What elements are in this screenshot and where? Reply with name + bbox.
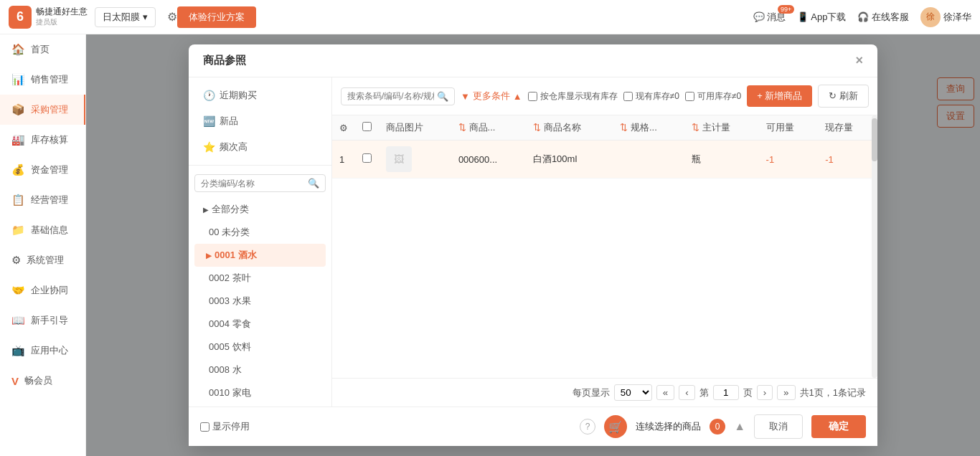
tab-new-label: 新品 [220, 115, 238, 128]
help-icon[interactable]: ? [580, 419, 595, 434]
nav-gear-icon[interactable]: ⚙ [167, 10, 177, 24]
th-checkbox[interactable] [355, 115, 379, 141]
confirm-btn[interactable]: 确定 [811, 415, 866, 438]
category-uncategorized[interactable]: 00 未分类 [194, 221, 326, 244]
sidebar-label-sales: 销售管理 [31, 73, 68, 86]
apps-icon: 📺 [11, 344, 25, 357]
usable-stock-checkbox[interactable] [685, 92, 694, 101]
select-all-checkbox[interactable] [362, 122, 372, 131]
category-liquor[interactable]: ▶ 0001 酒水 [194, 244, 326, 267]
category-drink[interactable]: 0005 饮料 [194, 336, 326, 358]
nav-user[interactable]: 徐 徐泽华 [920, 7, 971, 27]
sidebar-item-finance[interactable]: 💰 资金管理 [0, 155, 85, 185]
td-stock: -1 [818, 141, 877, 179]
prev-page-btn[interactable]: ‹ [679, 385, 694, 400]
category-liquor-label: 0001 酒水 [215, 249, 257, 262]
check-usable-stock[interactable]: 可用库存≠0 [685, 90, 741, 103]
sidebar-item-apps[interactable]: 📺 应用中心 [0, 336, 85, 366]
modal-left-panel: 🕐 近期购买 🆕 新品 ⭐ 频次高 [189, 77, 332, 407]
category-water[interactable]: 0008 水 [194, 358, 326, 381]
row-checkbox[interactable] [362, 153, 372, 163]
page-input[interactable] [713, 385, 739, 400]
sidebar-item-basic[interactable]: 📁 基础信息 [0, 215, 85, 245]
modal-pagination: 每页显示 50 20 100 « ‹ 第 页 › [332, 378, 877, 407]
message-icon: 💬 [753, 11, 765, 22]
warehouse-checkbox[interactable] [528, 92, 537, 101]
modal-right-panel: 🔍 ▼ 更多条件 ▲ 按仓库显示现有库存 [332, 77, 877, 407]
tab-frequent[interactable]: ⭐ 频次高 [194, 135, 326, 159]
enterprise-icon: 🤝 [11, 284, 25, 297]
category-water-label: 0008 水 [209, 364, 242, 376]
close-btn[interactable]: × [855, 53, 863, 68]
th-spec[interactable]: ⇅ 规格... [613, 115, 684, 141]
sidebar-label-member: 畅会员 [24, 374, 52, 387]
th-unit[interactable]: ⇅ 主计量 [684, 115, 758, 141]
arrow-icon: ▶ [203, 206, 209, 214]
show-disabled-check[interactable]: 显示停用 [200, 420, 250, 433]
th-code[interactable]: ⇅ 商品... [451, 115, 526, 141]
disabled-checkbox[interactable] [200, 422, 209, 432]
category-snack[interactable]: 0004 零食 [194, 313, 326, 336]
sidebar-item-operations[interactable]: 📋 经营管理 [0, 185, 85, 215]
check-warehouse[interactable]: 按仓库显示现有库存 [528, 90, 618, 103]
warehouse-label: 按仓库显示现有库存 [540, 90, 618, 103]
sidebar-item-purchase[interactable]: 📦 采购管理 [0, 95, 85, 125]
first-page-btn[interactable]: « [656, 385, 674, 400]
sort-icon: ⇅ [458, 122, 466, 133]
search-icon[interactable]: 🔍 [308, 178, 319, 189]
nav-app-download[interactable]: 📱 App下载 [797, 11, 846, 24]
guide-icon: 📖 [11, 314, 25, 327]
refresh-btn[interactable]: ↻ 刷新 [818, 85, 869, 108]
sidebar-item-member[interactable]: V 畅会员 [0, 366, 85, 396]
table-row[interactable]: 1 🖼 000600... 白酒100ml [332, 141, 877, 179]
search-product-icon[interactable]: 🔍 [437, 91, 448, 102]
modal-title: 商品参照 [203, 54, 246, 67]
chevron-down-icon: ▾ [143, 11, 148, 22]
nav-selector[interactable]: 日太阳膜 ▾ [95, 7, 156, 27]
filter-btn[interactable]: ▼ 更多条件 ▲ [461, 90, 522, 103]
category-search: 🔍 [194, 174, 326, 192]
sidebar-item-sales[interactable]: 📊 销售管理 [0, 65, 85, 95]
td-unit: 瓶 [684, 141, 758, 179]
category-search-input[interactable] [201, 179, 305, 189]
sidebar-item-enterprise[interactable]: 🤝 企业协同 [0, 275, 85, 305]
add-product-btn[interactable]: + 新增商品 [747, 85, 812, 107]
logo-area: 6 畅捷通好生意 捷员版 [9, 6, 95, 29]
page-size-select[interactable]: 50 20 100 [614, 384, 652, 401]
footer-collapse-icon[interactable]: ▲ [734, 420, 745, 433]
tab-new-products[interactable]: 🆕 新品 [194, 109, 326, 133]
industry-btn[interactable]: 体验行业方案 [177, 6, 256, 28]
tab-recent-buy[interactable]: 🕐 近期购买 [194, 83, 326, 108]
sidebar-label-enterprise: 企业协同 [31, 284, 68, 297]
scrollbar-thumb[interactable] [872, 118, 877, 161]
content-area: 商品参照 × 🕐 近期购买 🆕 [86, 34, 980, 456]
sidebar-item-home[interactable]: 🏠 首页 [0, 34, 85, 65]
last-page-btn[interactable]: » [777, 385, 795, 400]
td-checkbox[interactable] [355, 141, 379, 179]
available-stock-checkbox[interactable] [623, 92, 633, 101]
td-name: 白酒100ml [526, 141, 613, 179]
cancel-btn[interactable]: 取消 [754, 414, 803, 439]
th-settings[interactable]: ⚙ [332, 115, 355, 141]
category-tea[interactable]: 0002 茶叶 [194, 267, 326, 290]
category-fruit[interactable]: 0003 水果 [194, 290, 326, 313]
category-appliance[interactable]: 0010 家电 [194, 381, 326, 401]
sidebar-item-system[interactable]: ⚙ 系统管理 [0, 245, 85, 275]
next-page-btn[interactable]: › [757, 385, 773, 400]
th-available: 可用量 [759, 115, 819, 141]
page-label: 第 [699, 386, 709, 399]
category-all[interactable]: ▶ 全部分类 [194, 198, 326, 221]
product-search-input[interactable] [347, 91, 434, 101]
sidebar-label-basic: 基础信息 [31, 224, 68, 237]
nav-msg[interactable]: 💬 消息 99+ [753, 11, 786, 24]
scrollbar-track[interactable] [872, 115, 877, 378]
th-stock: 现存量 [818, 115, 877, 141]
msg-count-badge: 99+ [778, 5, 794, 14]
th-name[interactable]: ⇅ 商品名称 [526, 115, 613, 141]
check-available-stock[interactable]: 现有库存≠0 [623, 90, 679, 103]
sidebar-item-guide[interactable]: 📖 新手引导 [0, 305, 85, 336]
purchase-icon: 📦 [11, 103, 25, 116]
cart-btn[interactable]: 🛒 [604, 415, 627, 438]
nav-service[interactable]: 🎧 在线客服 [857, 11, 909, 24]
sidebar-item-inventory[interactable]: 🏭 库存核算 [0, 125, 85, 155]
